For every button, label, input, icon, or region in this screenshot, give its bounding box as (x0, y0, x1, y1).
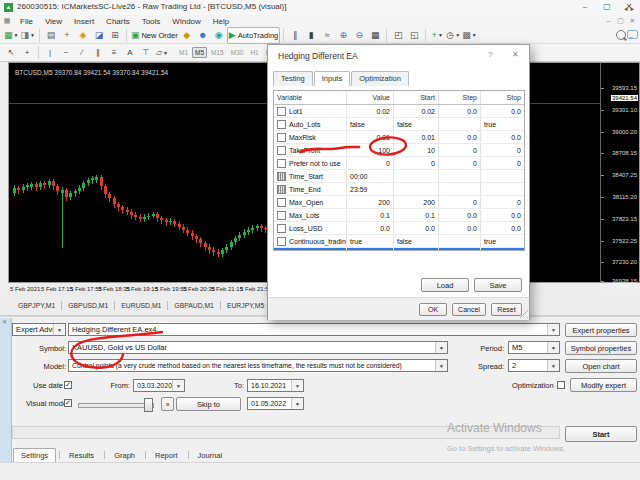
trendline-icon[interactable]: ∕ (74, 45, 90, 60)
symbol-select[interactable]: XAUUSD, Gold vs US Dollar▼ (68, 341, 448, 354)
start-button[interactable]: Start (565, 426, 637, 442)
optimize-checkbox[interactable] (277, 146, 286, 155)
optimize-checkbox[interactable] (277, 185, 286, 194)
strategy-tester-icon[interactable]: ⊞ (107, 28, 123, 43)
terminal-icon[interactable]: ◪ (91, 28, 107, 43)
tester-tab-report[interactable]: Report (148, 449, 185, 462)
optimization-checkbox[interactable] (557, 381, 565, 389)
new-chart-icon[interactable]: ▦▼ (3, 28, 19, 43)
timeframe-m30[interactable]: M30 (228, 47, 247, 58)
bar-chart-icon[interactable]: ∥ (287, 28, 303, 43)
input-row-auto-lots[interactable]: Auto_Lotsfalsefalsetrue (274, 118, 524, 131)
menu-file[interactable]: File (14, 17, 39, 26)
optimize-checkbox[interactable] (277, 107, 286, 116)
fast-forward-button[interactable]: » (161, 397, 174, 411)
optimize-checkbox[interactable] (277, 250, 286, 252)
menu-view[interactable]: View (39, 17, 68, 26)
dialog-tab-inputs[interactable]: Inputs (314, 71, 350, 86)
child-minimize-button[interactable]: – (603, 15, 614, 26)
input-row-prefer-not-to-use[interactable]: Prefer not to use0000 (274, 157, 524, 170)
cursor-icon[interactable]: ↖ (3, 45, 19, 60)
symbol-properties-button[interactable]: Symbol properties (565, 341, 637, 355)
expert-properties-button[interactable]: Expert properties (565, 323, 637, 337)
optimize-checkbox[interactable] (277, 120, 286, 129)
input-row-maxrisk[interactable]: MaxRisk0.010.010.00.0 (274, 131, 524, 144)
timeframe-m15[interactable]: M15 (208, 47, 227, 58)
optimize-checkbox[interactable] (277, 198, 286, 207)
optimize-checkbox[interactable] (277, 159, 286, 168)
new-order-icon[interactable]: ▣New Order (130, 28, 179, 43)
skip-date-field[interactable]: 01.05.2022▼ (247, 397, 304, 410)
chat-icon[interactable] (627, 30, 638, 39)
metaeditor-icon[interactable]: ◆ (179, 28, 195, 43)
optimize-checkbox[interactable] (277, 224, 286, 233)
chart-tab-1[interactable]: GBPUSD,M1 (62, 300, 114, 311)
profiles-icon[interactable]: ◨▼ (19, 28, 35, 43)
tester-tab-graph[interactable]: Graph (107, 449, 142, 462)
input-row-takeprofit[interactable]: TakeProfit1001000 (274, 144, 524, 157)
chart-tab-scroll[interactable]: ◂▸ (624, 5, 637, 13)
chart-tab-3[interactable]: GBPAUD,M1 (168, 300, 220, 311)
input-row-max-lots[interactable]: Max_Lots0.10.10.00.0 (274, 209, 524, 222)
cancel-button[interactable]: Cancel (452, 303, 486, 316)
resize-grip[interactable] (520, 310, 528, 318)
menu-charts[interactable]: Charts (100, 17, 136, 26)
optimize-checkbox[interactable] (277, 133, 286, 142)
visual-mode-checkbox[interactable] (64, 399, 72, 407)
save-button[interactable]: Save (474, 278, 522, 292)
fibonacci-icon[interactable]: ≡ (106, 45, 122, 60)
menu-window[interactable]: Window (166, 17, 206, 26)
zoom-out-icon[interactable]: ⊖ (351, 28, 367, 43)
arrange-horizontal-icon[interactable]: ◰ (390, 28, 406, 43)
expert-advisor-select[interactable]: Hedging Different EA.ex4▼ (68, 323, 560, 336)
tester-tab-journal[interactable]: Journal (191, 449, 230, 462)
child-restore-button[interactable]: ▢ (615, 15, 626, 26)
chart-tab-4[interactable]: EURJPY,M5 (221, 300, 270, 311)
candlestick-chart-icon[interactable]: ▮ (303, 28, 319, 43)
text-icon[interactable]: A (122, 45, 138, 60)
channel-icon[interactable]: ∥ (90, 45, 106, 60)
horizontal-line-icon[interactable]: − (58, 45, 74, 60)
optimize-checkbox[interactable] (277, 237, 286, 246)
reset-button[interactable]: Reset (491, 303, 522, 316)
market-watch-icon[interactable]: ▤ (43, 28, 59, 43)
from-date-field[interactable]: 03.03.2020▼ (133, 379, 185, 392)
maximize-button[interactable]: ▢ (596, 0, 618, 14)
chart-tab-0[interactable]: GBPJPY,M1 (12, 300, 61, 311)
tester-close-button[interactable]: ✕ (2, 318, 7, 325)
input-row-lot1[interactable]: Lot10.020.020.00.0 (274, 105, 524, 118)
price-axis[interactable]: 39593.1539301.1039000.2038708.1538407.25… (600, 62, 640, 283)
timeframe-m5[interactable]: M5 (192, 47, 207, 58)
crosshair-icon[interactable]: + (19, 45, 35, 60)
input-row-time-start[interactable]: Time_Start00:00 (274, 170, 524, 183)
period-select[interactable]: M5▼ (508, 341, 560, 354)
help-center-icon[interactable]: ◉ (211, 28, 227, 43)
input-row-continuous-trading[interactable]: Continuous_tradingtruefalsetrue (274, 235, 524, 248)
optimize-checkbox[interactable] (277, 172, 286, 181)
autotrading-icon[interactable]: ▶AutoTrading (227, 27, 281, 44)
label-icon[interactable]: ⊤ (138, 45, 154, 60)
shapes-icon[interactable]: ▱▼ (154, 45, 170, 60)
navigator-icon[interactable]: ◈ (75, 28, 91, 43)
periods-icon[interactable]: ◷▼ (445, 28, 461, 43)
data-window-icon[interactable]: + (59, 28, 75, 43)
to-date-field[interactable]: 16.10.2021▼ (247, 379, 304, 392)
tile-windows-icon[interactable]: ▦ (367, 28, 383, 43)
child-close-button[interactable]: ✕ (627, 15, 638, 26)
chart-tab-2[interactable]: EURUSD,M1 (115, 300, 167, 311)
skip-to-button[interactable]: Skip to (176, 397, 241, 411)
experts-icon[interactable]: ☻ (195, 28, 211, 43)
model-select[interactable]: Control points (a very crude method base… (68, 359, 448, 372)
input-row-max-open[interactable]: Max_Open20020000 (274, 196, 524, 209)
minimize-button[interactable]: – (574, 0, 596, 14)
input-row-time-end[interactable]: Time_End23:59 (274, 183, 524, 196)
dialog-tab-testing[interactable]: Testing (273, 71, 313, 86)
spread-select[interactable]: 2▼ (508, 359, 560, 372)
load-button[interactable]: Load (421, 278, 469, 292)
line-chart-icon[interactable]: ≈ (319, 28, 335, 43)
timeframe-h1[interactable]: H1 (247, 47, 261, 58)
menu-tools[interactable]: Tools (136, 17, 167, 26)
dialog-help-button[interactable]: ? (488, 50, 492, 59)
open-chart-button[interactable]: Open chart (565, 359, 637, 373)
ok-button[interactable]: OK (419, 303, 447, 316)
